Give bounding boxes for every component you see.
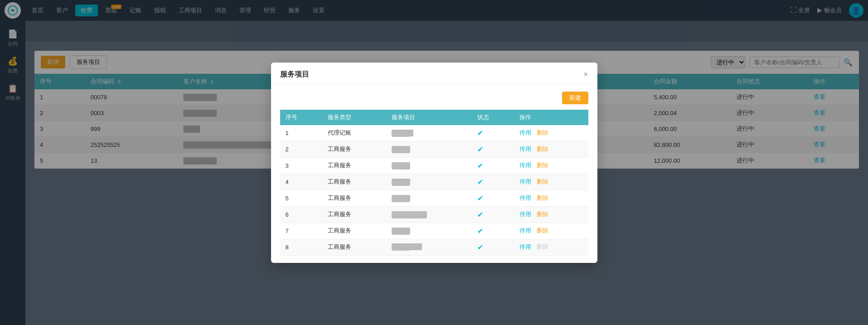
status-check-icon: ✔ bbox=[477, 243, 483, 251]
modal-cell-status: ✔ bbox=[472, 157, 514, 174]
modal-cell-status: ✔ bbox=[472, 190, 514, 206]
delete-button[interactable]: 删除 bbox=[537, 162, 548, 169]
modal-cell-no: 8 bbox=[280, 239, 322, 255]
modal-close-button[interactable]: × bbox=[583, 70, 588, 79]
modal-body: 新建 序号 服务类型 服务项目 状态 操作 1 代理记账 bbox=[271, 84, 597, 263]
modal-cell-type: 工商服务 bbox=[322, 223, 386, 239]
status-check-icon: ✔ bbox=[477, 146, 483, 153]
modal-cell-item: ████ bbox=[386, 223, 472, 239]
modal-cell-action[interactable]: 停用 删除 bbox=[514, 125, 588, 141]
modal-cell-type: 工商服务 bbox=[322, 174, 386, 190]
service-modal: 服务项目 × 新建 序号 服务类型 服务项目 状态 操作 bbox=[271, 63, 597, 263]
modal-cell-action[interactable]: 停用 删除 bbox=[514, 190, 588, 206]
modal-cell-action[interactable]: 停用 删除 bbox=[514, 239, 588, 255]
modal-cell-no: 7 bbox=[280, 223, 322, 239]
modal-cell-no: 4 bbox=[280, 174, 322, 190]
modal-cell-action[interactable]: 停用 删除 bbox=[514, 157, 588, 174]
modal-cell-type: 工商服务 bbox=[322, 157, 386, 174]
modal-toolbar: 新建 bbox=[280, 92, 588, 104]
modal-cell-item: ████████ bbox=[386, 206, 472, 223]
modal-cell-action[interactable]: 停用 删除 bbox=[514, 141, 588, 157]
modal-cell-type: 代理记账 bbox=[322, 125, 386, 141]
modal-cell-action[interactable]: 停用 删除 bbox=[514, 223, 588, 239]
modal-cell-type: 工商服务 bbox=[322, 190, 386, 206]
modal-cell-status: ✔ bbox=[472, 223, 514, 239]
modal-service-table: 序号 服务类型 服务项目 状态 操作 1 代理记账 ████1 ✔ 停用 删除 … bbox=[280, 110, 588, 256]
modal-title: 服务项目 bbox=[280, 70, 309, 79]
modal-cell-no: 3 bbox=[280, 157, 322, 174]
stop-button[interactable]: 停用 bbox=[519, 194, 531, 201]
modal-cell-status: ✔ bbox=[472, 206, 514, 223]
modal-table-row: 5 工商服务 ████ ✔ 停用 删除 bbox=[280, 190, 588, 206]
modal-overlay[interactable]: 服务项目 × 新建 序号 服务类型 服务项目 状态 操作 bbox=[0, 0, 868, 325]
modal-cell-item: ████注册 bbox=[386, 239, 472, 255]
modal-cell-status: ✔ bbox=[472, 174, 514, 190]
stop-button[interactable]: 停用 bbox=[519, 162, 531, 169]
status-check-icon: ✔ bbox=[477, 162, 483, 170]
modal-col-status: 状态 bbox=[472, 110, 514, 125]
modal-col-no: 序号 bbox=[280, 110, 322, 125]
delete-button[interactable]: 删除 bbox=[537, 227, 548, 234]
stop-button[interactable]: 停用 bbox=[519, 146, 531, 152]
modal-table-row: 7 工商服务 ████ ✔ 停用 删除 bbox=[280, 223, 588, 239]
delete-button[interactable]: 删除 bbox=[537, 146, 548, 152]
delete-button[interactable]: 删除 bbox=[537, 211, 548, 218]
stop-button[interactable]: 停用 bbox=[519, 243, 531, 250]
modal-cell-type: 工商服务 bbox=[322, 206, 386, 223]
delete-button[interactable]: 删除 bbox=[537, 194, 548, 201]
delete-button[interactable]: 删除 bbox=[537, 178, 548, 185]
modal-cell-item: ████ bbox=[386, 157, 472, 174]
modal-table-row: 8 工商服务 ████注册 ✔ 停用 删除 bbox=[280, 239, 588, 255]
modal-cell-type: 工商服务 bbox=[322, 141, 386, 157]
modal-cell-action[interactable]: 停用 删除 bbox=[514, 206, 588, 223]
modal-new-button[interactable]: 新建 bbox=[562, 92, 588, 104]
modal-cell-item: ████ bbox=[386, 174, 472, 190]
modal-cell-no: 5 bbox=[280, 190, 322, 206]
modal-col-type: 服务类型 bbox=[322, 110, 386, 125]
modal-table-scroll[interactable]: 序号 服务类型 服务项目 状态 操作 1 代理记账 ████1 ✔ 停用 删除 … bbox=[280, 110, 588, 256]
modal-cell-no: 1 bbox=[280, 125, 322, 141]
modal-header: 服务项目 × bbox=[271, 63, 597, 84]
modal-cell-status: ✔ bbox=[472, 141, 514, 157]
status-check-icon: ✔ bbox=[477, 194, 483, 202]
modal-cell-action[interactable]: 停用 删除 bbox=[514, 174, 588, 190]
modal-cell-status: ✔ bbox=[472, 125, 514, 141]
modal-cell-no: 2 bbox=[280, 141, 322, 157]
stop-button[interactable]: 停用 bbox=[519, 211, 531, 218]
delete-button[interactable]: 删除 bbox=[537, 243, 548, 250]
status-check-icon: ✔ bbox=[477, 227, 483, 235]
modal-cell-item: ████1 bbox=[386, 125, 472, 141]
status-check-icon: ✔ bbox=[477, 211, 483, 218]
modal-table-row: 2 工商服务 ████ ✔ 停用 删除 bbox=[280, 141, 588, 157]
modal-cell-status: ✔ bbox=[472, 239, 514, 255]
modal-col-action: 操作 bbox=[514, 110, 588, 125]
stop-button[interactable]: 停用 bbox=[519, 227, 531, 234]
modal-table-row: 4 工商服务 ████ ✔ 停用 删除 bbox=[280, 174, 588, 190]
modal-cell-item: ████ bbox=[386, 141, 472, 157]
stop-button[interactable]: 停用 bbox=[519, 178, 531, 185]
modal-table-row: 1 代理记账 ████1 ✔ 停用 删除 bbox=[280, 125, 588, 141]
delete-button[interactable]: 删除 bbox=[537, 129, 548, 136]
stop-button[interactable]: 停用 bbox=[519, 129, 531, 136]
modal-table-row: 6 工商服务 ████████ ✔ 停用 删除 bbox=[280, 206, 588, 223]
status-check-icon: ✔ bbox=[477, 129, 483, 137]
modal-cell-type: 工商服务 bbox=[322, 239, 386, 255]
modal-col-item: 服务项目 bbox=[386, 110, 472, 125]
modal-cell-no: 6 bbox=[280, 206, 322, 223]
status-check-icon: ✔ bbox=[477, 178, 483, 186]
modal-cell-item: ████ bbox=[386, 190, 472, 206]
modal-table-row: 3 工商服务 ████ ✔ 停用 删除 bbox=[280, 157, 588, 174]
